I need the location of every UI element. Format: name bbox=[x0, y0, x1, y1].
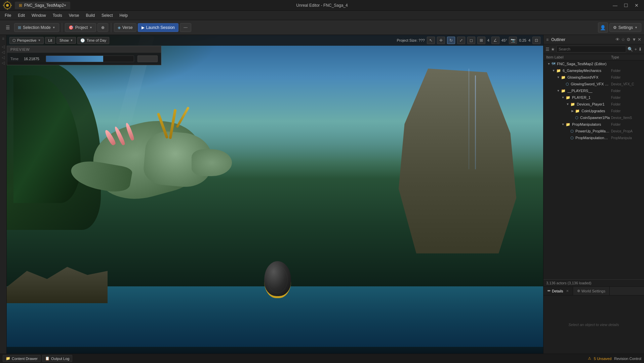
menu-edit[interactable]: Edit bbox=[14, 12, 28, 19]
preview-time-end-box[interactable] bbox=[137, 55, 158, 62]
minimize-button[interactable]: — bbox=[610, 2, 620, 9]
tree-item-type: Device_VFX_C bbox=[611, 82, 641, 86]
settings-button[interactable]: ⚙ Settings ▼ bbox=[609, 23, 641, 32]
outliner-bookmark-icon[interactable]: ☆ bbox=[621, 37, 625, 42]
menu-window[interactable]: Window bbox=[28, 12, 49, 19]
hamburger-button[interactable]: ☰ bbox=[3, 23, 13, 33]
tree-item-label: CoinSpawner1Pla bbox=[580, 116, 610, 120]
details-tab-close[interactable]: ✕ bbox=[566, 289, 569, 293]
menu-help[interactable]: Help bbox=[116, 12, 131, 19]
tree-expand-icon[interactable] bbox=[566, 129, 570, 133]
viewport[interactable]: ⬡ Perspective ▼ Lit Show ▼ 🕐 Time of Day… bbox=[7, 35, 543, 354]
tree-expand-icon[interactable]: ▼ bbox=[561, 122, 565, 126]
details-tab[interactable]: ✏ Details ✕ bbox=[544, 287, 573, 295]
camera-speed-button[interactable]: 📷 bbox=[509, 37, 517, 44]
launch-session-button[interactable]: ▶ Launch Session bbox=[138, 23, 178, 32]
tree-expand-icon[interactable]: ▼ bbox=[552, 69, 556, 73]
tree-item[interactable]: ▼🗺FNC_Saga_TestMap2 (Editor) bbox=[544, 61, 644, 67]
outliner-filter-icon-2[interactable]: ☰ bbox=[546, 47, 550, 52]
tree-expand-icon[interactable]: ▼ bbox=[556, 89, 560, 93]
outliner-search-icon[interactable]: 🔍 bbox=[628, 47, 633, 52]
viewport-maximize-button[interactable]: ⊡ bbox=[532, 37, 540, 44]
tree-item[interactable]: ⬡GlowingSword_VFX CreDevice_VFX_C bbox=[544, 81, 644, 87]
tree-item-type: Device_PropA bbox=[611, 129, 641, 133]
tree-item[interactable]: ⬡CoinSpawner1PlaDevice_ItemS bbox=[544, 114, 644, 121]
left-bar-icon-2[interactable]: ◁ bbox=[2, 44, 5, 49]
more-options-button[interactable]: ⋯ bbox=[180, 23, 191, 32]
left-bar-icon-3[interactable]: ◁ bbox=[2, 50, 5, 54]
outliner-eye-icon[interactable]: 👁 bbox=[615, 37, 620, 42]
outliner-star-icon[interactable]: ★ bbox=[551, 47, 555, 52]
tree-expand-icon[interactable]: ▼ bbox=[566, 102, 570, 106]
tree-item[interactable]: ▼📁Devices_Player1Folder bbox=[544, 101, 644, 108]
tree-item-label: PLAYER_1 bbox=[572, 95, 610, 99]
rotate-tool-button[interactable]: ↻ bbox=[447, 37, 455, 44]
rotation-snap-button[interactable]: ∠ bbox=[491, 37, 499, 44]
output-log-button[interactable]: 📋 Output Log bbox=[42, 355, 72, 362]
col-type: Type bbox=[611, 55, 641, 59]
left-bar-icon-4[interactable]: ◁ bbox=[2, 55, 5, 60]
grid-button[interactable]: ⊞ bbox=[477, 37, 485, 44]
menu-select[interactable]: Select bbox=[98, 12, 116, 19]
tree-item[interactable]: ▶📁CoinUpgradesFolder bbox=[544, 108, 644, 114]
tree-expand-icon[interactable]: ▶ bbox=[570, 109, 574, 113]
tree-item[interactable]: ▼📁__PLAYERS__Folder bbox=[544, 87, 644, 94]
project-button[interactable]: 🎯 Project ▼ bbox=[65, 23, 96, 32]
outliner-close-icon[interactable]: ✕ bbox=[638, 37, 641, 42]
perspective-label: Perspective bbox=[17, 38, 36, 42]
outliner-search-input[interactable] bbox=[556, 46, 626, 52]
tree-item[interactable]: ⬡PowerUp_PropManipulaDevice_PropA bbox=[544, 128, 644, 134]
left-bar-icon-1[interactable]: ≡ bbox=[2, 36, 4, 41]
maximize-button[interactable]: ☐ bbox=[621, 2, 631, 9]
map-icon: 🗺 bbox=[552, 62, 555, 66]
verse-label: Verse bbox=[122, 25, 133, 30]
left-bar-icon-5[interactable]: ◁ bbox=[2, 61, 5, 65]
settings-icon: ⚙ bbox=[613, 25, 617, 30]
menu-build[interactable]: Build bbox=[82, 12, 98, 19]
outliner-add-icon[interactable]: + bbox=[634, 47, 637, 52]
settings-dropdown-icon: ▼ bbox=[635, 26, 638, 29]
project-tab[interactable]: ⊞ FNC_Saga_TestMap2+ bbox=[15, 2, 70, 9]
preview-time-bar[interactable] bbox=[46, 55, 134, 62]
menu-verse[interactable]: Verse bbox=[66, 12, 83, 19]
tree-item[interactable]: ⬡PropManipulationGanPropManipula bbox=[544, 134, 644, 141]
tree-expand-icon[interactable] bbox=[570, 116, 574, 120]
outliner-settings-icon[interactable]: ⚙ bbox=[627, 37, 631, 42]
tree-item[interactable]: ▼📁PLAYER_1Folder bbox=[544, 94, 644, 101]
selection-mode-button[interactable]: ⊞ Selection Mode ▼ bbox=[14, 23, 59, 32]
menu-tools[interactable]: Tools bbox=[49, 12, 66, 19]
perspective-button[interactable]: ⬡ Perspective ▼ bbox=[9, 37, 44, 44]
close-button[interactable]: ✕ bbox=[632, 2, 641, 9]
outliner-tree[interactable]: ▼🗺FNC_Saga_TestMap2 (Editor)▼📁6_Gameplay… bbox=[544, 61, 644, 279]
show-button[interactable]: Show ▼ bbox=[56, 37, 76, 44]
menu-file[interactable]: File bbox=[1, 12, 14, 19]
tree-item[interactable]: ▼📁PropManipulatorsFolder bbox=[544, 121, 644, 128]
tree-item[interactable]: ▼📁GlowingSwordVFXFolder bbox=[544, 74, 644, 81]
tree-item[interactable]: ▼📁6_GameplayMechanicsFolder bbox=[544, 67, 644, 74]
scale-tool-button[interactable]: ⤢ bbox=[457, 37, 465, 44]
tree-item-label: FNC_Saga_TestMap2 (Editor) bbox=[557, 62, 610, 66]
content-drawer-button[interactable]: 📁 Content Drawer bbox=[3, 355, 41, 362]
col-item-label: Item Label bbox=[546, 55, 611, 59]
lit-button[interactable]: Lit bbox=[45, 37, 55, 44]
move-tool-button[interactable]: ✛ bbox=[437, 37, 445, 44]
tree-expand-icon[interactable]: ▼ bbox=[561, 95, 565, 99]
launch-session-label: Launch Session bbox=[146, 25, 175, 30]
time-of-day-button[interactable]: 🕐 Time of Day bbox=[77, 37, 109, 44]
world-settings-tab[interactable]: ⊕ World Settings bbox=[573, 287, 610, 295]
project-label: Project bbox=[75, 25, 88, 30]
tree-expand-icon[interactable]: ▼ bbox=[556, 75, 560, 79]
magnet-button[interactable]: ⊕ bbox=[97, 23, 108, 32]
user-icon-button[interactable]: 👤 bbox=[598, 23, 608, 33]
outliner-save-icon[interactable]: ⬇ bbox=[638, 47, 642, 52]
tree-item-type: Folder bbox=[611, 123, 641, 126]
outliner-filter-icon[interactable]: ▼ bbox=[632, 37, 636, 42]
tree-expand-icon[interactable]: ▼ bbox=[547, 62, 551, 66]
outliner-toolbar: ☰ ★ 🔍 + ⬇ bbox=[544, 44, 644, 54]
outliner-header: ≡ Outliner 👁 ☆ ⚙ ▼ ✕ bbox=[544, 35, 644, 44]
select-mode-vp-button[interactable]: ↖ bbox=[427, 37, 435, 44]
tree-expand-icon[interactable] bbox=[566, 136, 570, 140]
verse-button[interactable]: ◈ Verse bbox=[114, 23, 136, 32]
tree-expand-icon[interactable] bbox=[561, 82, 565, 86]
surface-snapping-button[interactable]: ◻ bbox=[467, 37, 475, 44]
